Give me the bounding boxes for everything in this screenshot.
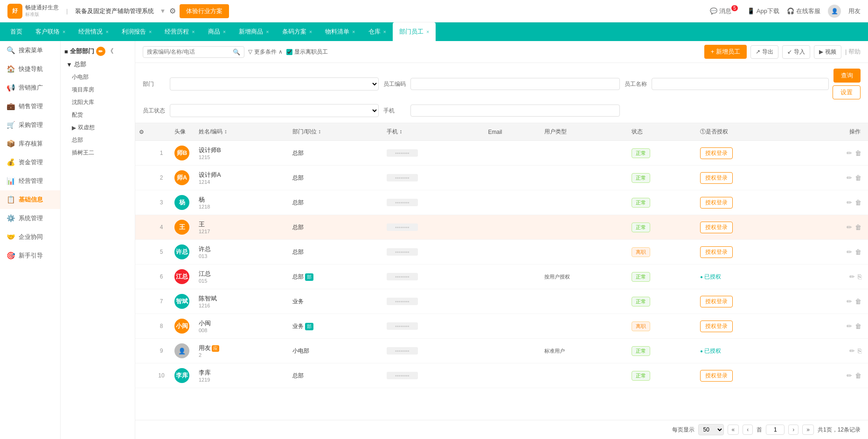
delete-btn[interactable]: 🗑 bbox=[855, 372, 861, 379]
auth-btn[interactable]: 授权登录 bbox=[700, 147, 733, 159]
online-service-btn[interactable]: 🎧 在线客服 bbox=[787, 7, 820, 15]
col-name[interactable]: 姓名/编码 ↕ bbox=[195, 123, 289, 141]
auth-btn[interactable]: 授权登录 bbox=[700, 246, 733, 258]
delete-btn[interactable]: 🗑 bbox=[855, 199, 861, 206]
dept-node-shuang[interactable]: ▶ 双虚想 bbox=[64, 121, 131, 134]
first-page-btn[interactable]: « bbox=[728, 425, 739, 435]
nav-quick-nav[interactable]: 🏠 快捷导航 bbox=[0, 60, 60, 78]
import-btn[interactable]: ↙ 导入 bbox=[782, 45, 810, 59]
delete-btn[interactable]: 🗑 bbox=[855, 298, 861, 305]
empcode-input[interactable] bbox=[410, 78, 619, 90]
filter-more-btn[interactable]: ▽ 更多条件 ∧ bbox=[248, 48, 283, 56]
delete-btn[interactable]: 🗑 bbox=[855, 174, 861, 181]
close-icon[interactable]: × bbox=[149, 29, 152, 35]
tab-goods[interactable]: 商品 × bbox=[201, 22, 232, 41]
edit-btn[interactable]: ✏ bbox=[847, 248, 852, 256]
delete-btn[interactable]: 🗑 bbox=[855, 322, 861, 330]
col-phone[interactable]: 手机 ↕ bbox=[383, 123, 485, 141]
edit-btn[interactable]: ✏ bbox=[847, 174, 852, 181]
col-dept[interactable]: 部门/职位 ↕ bbox=[289, 123, 382, 141]
status-select[interactable] bbox=[170, 104, 379, 117]
nav-basic-info[interactable]: 📋 基础信息 bbox=[0, 190, 60, 209]
auth-btn[interactable]: 授权登录 bbox=[700, 197, 733, 209]
edit-btn[interactable]: ✏ bbox=[847, 322, 852, 330]
tab-customer[interactable]: 客户联络 × bbox=[29, 22, 72, 41]
dept-select[interactable] bbox=[170, 77, 379, 91]
nav-sales[interactable]: 💼 销售管理 bbox=[0, 97, 60, 116]
delete-btn[interactable]: 🗑 bbox=[855, 223, 861, 231]
search-input[interactable] bbox=[147, 49, 231, 55]
tab-profit[interactable]: 利润报告 × bbox=[115, 22, 158, 41]
last-page-btn[interactable]: » bbox=[802, 425, 814, 435]
close-icon[interactable]: × bbox=[223, 29, 226, 35]
auth-btn[interactable]: 授权登录 bbox=[700, 321, 733, 332]
trial-btn[interactable]: 体验行业方案 bbox=[180, 4, 229, 18]
auth-btn[interactable]: 授权登录 bbox=[700, 296, 733, 307]
nav-guide[interactable]: 🎯 新手引导 bbox=[0, 246, 60, 265]
nav-system[interactable]: ⚙️ 系统管理 bbox=[0, 209, 60, 228]
page-input[interactable] bbox=[766, 425, 785, 435]
dept-node-headquarters[interactable]: ▼ 总部 bbox=[64, 58, 131, 71]
dept-collapse-btn[interactable]: 《 bbox=[107, 47, 113, 56]
delete-btn[interactable]: 🗑 bbox=[855, 149, 861, 157]
show-resign-checkbox[interactable] bbox=[286, 49, 292, 55]
dept-node-chushu[interactable]: 插树王二 bbox=[64, 146, 131, 159]
settings-icon[interactable]: ⚙ bbox=[169, 7, 176, 15]
empname-input[interactable] bbox=[652, 78, 829, 90]
nav-collab[interactable]: 🤝 企业协同 bbox=[0, 228, 60, 246]
next-page-btn[interactable]: › bbox=[788, 425, 799, 435]
tab-bom[interactable]: 物料清单 × bbox=[319, 22, 361, 41]
close-icon[interactable]: × bbox=[192, 29, 194, 35]
nav-management[interactable]: 📊 经营管理 bbox=[0, 172, 60, 190]
search-box[interactable]: 🔍 bbox=[143, 46, 244, 58]
edit-btn[interactable]: ✏ bbox=[849, 273, 855, 280]
edit-btn[interactable]: ✏ bbox=[849, 347, 855, 355]
tab-business[interactable]: 经营情况 × bbox=[72, 22, 115, 41]
dept-node-zongbu[interactable]: 总部 bbox=[64, 134, 131, 146]
dept-node-project[interactable]: 项目库房 bbox=[64, 84, 131, 96]
query-btn[interactable]: 查询 bbox=[833, 69, 861, 83]
system-title-arrow[interactable]: ▼ bbox=[160, 7, 166, 14]
close-icon[interactable]: × bbox=[352, 29, 355, 35]
help-btn[interactable]: | 帮助 bbox=[845, 48, 861, 56]
close-icon[interactable]: × bbox=[426, 29, 429, 35]
msg-btn[interactable]: 💬 消息5 bbox=[710, 7, 740, 15]
show-resign-label[interactable]: 显示离职员工 bbox=[286, 48, 328, 56]
auth-btn[interactable]: 授权登录 bbox=[700, 172, 733, 184]
tab-add-goods[interactable]: 新增商品 × bbox=[232, 22, 275, 41]
edit-btn[interactable]: ✏ bbox=[847, 372, 852, 379]
close-icon[interactable]: × bbox=[309, 29, 312, 35]
prev-page-btn[interactable]: ‹ bbox=[743, 425, 753, 435]
nav-inventory[interactable]: 📦 库存核算 bbox=[0, 134, 60, 153]
add-employee-btn[interactable]: + 新增员工 bbox=[704, 45, 747, 59]
dept-node-peihuou[interactable]: 配货 bbox=[64, 109, 131, 121]
set-btn[interactable]: 设置 bbox=[833, 85, 861, 99]
auth-btn[interactable]: 授权登录 bbox=[700, 370, 733, 382]
auth-btn[interactable]: 授权登录 bbox=[700, 222, 733, 233]
dept-node-xiaodian[interactable]: 小电部 bbox=[64, 71, 131, 84]
copy-btn[interactable]: ⎘ bbox=[858, 273, 861, 280]
nav-marketing[interactable]: 📢 营销推广 bbox=[0, 78, 60, 97]
nav-search-menu[interactable]: 🔍 搜索菜单 bbox=[0, 41, 60, 60]
search-icon[interactable]: 🔍 bbox=[233, 49, 240, 56]
per-page-select[interactable]: 50 20 100 bbox=[698, 424, 724, 435]
dept-node-shenyang[interactable]: 沈阳大库 bbox=[64, 96, 131, 109]
dept-title[interactable]: 全部部门 bbox=[70, 47, 94, 56]
dept-edit-btn[interactable]: ✏ bbox=[96, 47, 105, 56]
phone-input[interactable] bbox=[410, 105, 619, 117]
nav-finance[interactable]: 💰 资金管理 bbox=[0, 153, 60, 172]
close-icon[interactable]: × bbox=[383, 29, 386, 35]
copy-btn[interactable]: ⎘ bbox=[858, 347, 861, 355]
tab-warehouse[interactable]: 仓库 × bbox=[362, 22, 393, 41]
col-settings[interactable]: ⚙ bbox=[135, 123, 152, 141]
edit-btn[interactable]: ✏ bbox=[847, 149, 852, 157]
delete-btn[interactable]: 🗑 bbox=[855, 248, 861, 256]
close-icon[interactable]: × bbox=[266, 29, 269, 35]
view-btn[interactable]: ▶ 视频 bbox=[814, 45, 841, 59]
tab-process[interactable]: 经营历程 × bbox=[158, 22, 201, 41]
edit-btn[interactable]: ✏ bbox=[847, 199, 852, 206]
close-icon[interactable]: × bbox=[62, 29, 65, 35]
tab-barcode[interactable]: 条码方案 × bbox=[276, 22, 319, 41]
edit-btn[interactable]: ✏ bbox=[847, 223, 852, 231]
nav-purchase[interactable]: 🛒 采购管理 bbox=[0, 116, 60, 134]
